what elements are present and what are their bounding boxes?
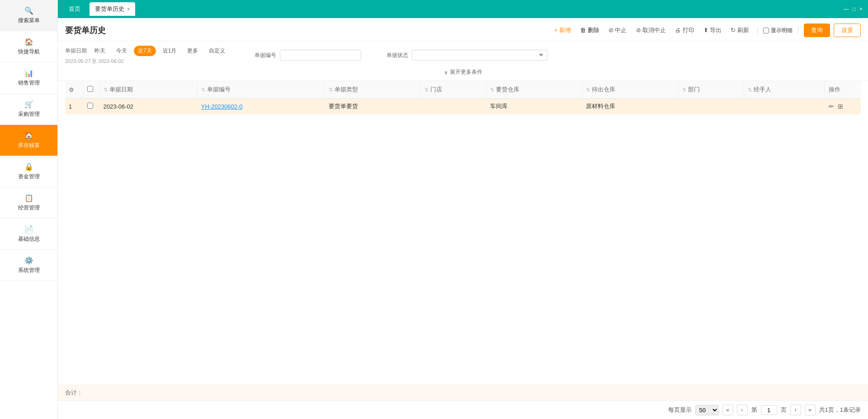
th-req-warehouse[interactable]: 要货仓库	[486, 81, 582, 99]
th-doc-no[interactable]: 单据编号	[197, 81, 325, 99]
date-filter-tags: 昨天 今天 近7天 近1月 更多 自定义	[90, 46, 229, 56]
filter-tag-more[interactable]: 更多	[183, 46, 202, 56]
table-row: 1 2023-06-02 YH-20230602-0 要货单要货 车间库 原材料…	[65, 99, 861, 114]
status-label: 单据状态	[387, 52, 408, 59]
th-pending-warehouse[interactable]: 待出仓库	[582, 81, 678, 99]
pagination: 每页显示 10 20 50 100 « ‹ 第 页 › » 共1页，1条记录	[58, 400, 868, 419]
last-page-button[interactable]: »	[805, 405, 816, 415]
row-req-warehouse: 车间库	[486, 99, 582, 114]
th-checkbox	[83, 81, 99, 99]
page-size-select[interactable]: 10 20 50 100	[695, 405, 719, 415]
sidebar-item-label: 经营管理	[18, 204, 40, 212]
tab-home[interactable]: 首页	[63, 2, 86, 16]
status-filter-group: 单据状态	[387, 50, 861, 61]
tab-active[interactable]: 要货单历史 ×	[90, 2, 135, 16]
row-store	[420, 99, 486, 114]
sum-label: 合计：	[65, 389, 83, 396]
detail-icon[interactable]: ⊞	[838, 103, 843, 110]
row-handler	[744, 99, 825, 114]
th-department[interactable]: 部门	[678, 81, 744, 99]
tab-active-label: 要货单历史	[95, 5, 124, 13]
expand-more-label: 展开更多条件	[450, 68, 482, 76]
data-table: ⚙ 单据日期 单据编号 单据类型 门店 要货仓库 待出仓库 部门 经手人 操	[65, 81, 861, 114]
topbar: 首页 要货单历史 × — □ ×	[58, 0, 868, 18]
doc-no-input[interactable]	[280, 50, 361, 61]
tab-close-icon[interactable]: ×	[127, 6, 130, 12]
sidebar-item-quicknav[interactable]: 🏠 快捷导航	[0, 31, 57, 62]
purchase-icon: 🛒	[24, 100, 33, 109]
th-settings[interactable]: ⚙	[65, 81, 83, 99]
sidebar-item-label: 基础信息	[18, 235, 40, 243]
show-detail-text: 显示明细	[771, 27, 793, 34]
row-actions: ✏ ⊞	[825, 99, 861, 114]
chevron-down-icon: ∨	[444, 69, 448, 76]
sidebar-item-label: 销售管理	[18, 79, 40, 87]
prev-page-button[interactable]: ‹	[737, 405, 748, 415]
footer-sum: 合计：	[58, 385, 868, 400]
action-icons-group: ✏ ⊞	[829, 103, 858, 110]
sidebar-item-operations[interactable]: 📋 经营管理	[0, 187, 57, 219]
refresh-button[interactable]: ↻ 刷新	[728, 24, 752, 36]
date-range-display: 2023-05-27 至 2023-06-02	[65, 58, 229, 65]
expand-more-btn[interactable]: ∨ 展开更多条件	[65, 68, 861, 76]
row-checkbox-cell	[83, 99, 99, 114]
sidebar: 🔍 搜索菜单 🏠 快捷导航 📊 销售管理 🛒 采购管理 🏠 库存核算 🔒 资金管…	[0, 0, 58, 419]
delete-button[interactable]: 🗑 删除	[577, 24, 602, 36]
sales-icon: 📊	[24, 69, 33, 77]
sidebar-item-inventory[interactable]: 🏠 库存核算	[0, 125, 57, 156]
sidebar-item-search[interactable]: 🔍 搜索菜单	[0, 0, 57, 31]
toolbar-divider	[757, 27, 758, 34]
status-select[interactable]	[412, 50, 547, 61]
filter-row-1: 单据日期 昨天 今天 近7天 近1月 更多 自定义 2023-05-27 至 2…	[65, 46, 861, 65]
window-maximize-icon[interactable]: □	[853, 6, 856, 12]
table-body: 1 2023-06-02 YH-20230602-0 要货单要货 车间库 原材料…	[65, 99, 861, 114]
sidebar-item-label: 库存核算	[18, 142, 40, 149]
first-page-button[interactable]: «	[722, 405, 733, 415]
inventory-icon: 🏠	[24, 131, 33, 140]
sidebar-item-label: 快捷导航	[18, 48, 40, 56]
th-store[interactable]: 门店	[420, 81, 486, 99]
th-doc-type[interactable]: 单据类型	[325, 81, 420, 99]
sidebar-item-basic-info[interactable]: 📄 基础信息	[0, 219, 57, 250]
th-doc-date[interactable]: 单据日期	[99, 81, 197, 99]
th-handler[interactable]: 经手人	[744, 81, 825, 99]
settings-icon[interactable]: ⚙	[69, 86, 74, 93]
show-detail-checkbox[interactable]	[763, 28, 769, 33]
window-minimize-icon[interactable]: —	[844, 6, 849, 12]
doc-no-filter-group: 单据编号	[255, 50, 361, 61]
filter-tag-custom[interactable]: 自定义	[205, 46, 229, 56]
cancel-stop-button[interactable]: ⊘ 取消中止	[633, 24, 669, 36]
stop-button[interactable]: ⊘ 中止	[606, 24, 630, 36]
date-filter-row: 单据日期 昨天 今天 近7天 近1月 更多 自定义	[65, 46, 229, 56]
filter-tag-7days[interactable]: 近7天	[134, 46, 156, 56]
new-button[interactable]: + 新增	[552, 24, 574, 36]
topbar-right-actions: — □ ×	[844, 6, 863, 12]
table-header-row: ⚙ 单据日期 单据编号 单据类型 门店 要货仓库 待出仓库 部门 经手人 操	[65, 81, 861, 99]
query-button[interactable]: 查询	[804, 24, 830, 37]
row-checkbox[interactable]	[87, 103, 93, 109]
page-number-input[interactable]	[761, 405, 777, 415]
select-all-checkbox[interactable]	[87, 86, 93, 92]
settings-button[interactable]: 设置	[834, 24, 861, 37]
filter-tag-1month[interactable]: 近1月	[159, 46, 181, 56]
sidebar-item-sales[interactable]: 📊 销售管理	[0, 62, 57, 94]
filter-tag-yesterday[interactable]: 昨天	[90, 46, 109, 56]
basic-info-icon: 📄	[24, 225, 33, 233]
print-button[interactable]: 🖨 打印	[672, 24, 697, 36]
page-unit: 页	[781, 406, 787, 414]
toolbar: + 新增 🗑 删除 ⊘ 中止 ⊘ 取消中止 🖨 打印 ⬆ 导出 ↻ 刷新 显示明…	[552, 24, 861, 37]
sidebar-item-system[interactable]: ⚙️ 系统管理	[0, 250, 57, 281]
page-title: 要货单历史	[65, 25, 106, 36]
next-page-button[interactable]: ›	[790, 405, 801, 415]
tab-home-label: 首页	[69, 5, 80, 13]
export-button[interactable]: ⬆ 导出	[701, 24, 725, 36]
main-area: 首页 要货单历史 × — □ × 要货单历史 + 新增 🗑 删除 ⊘ 中止 ⊘ …	[58, 0, 868, 419]
filter-area: 单据日期 昨天 今天 近7天 近1月 更多 自定义 2023-05-27 至 2…	[58, 41, 868, 81]
doc-no-link[interactable]: YH-20230602-0	[201, 103, 243, 110]
filter-tag-today[interactable]: 今天	[112, 46, 131, 56]
edit-icon[interactable]: ✏	[829, 103, 834, 110]
window-close-icon[interactable]: ×	[859, 6, 863, 12]
sidebar-item-finance[interactable]: 🔒 资金管理	[0, 156, 57, 187]
sidebar-item-purchase[interactable]: 🛒 采购管理	[0, 94, 57, 125]
page-header: 要货单历史 + 新增 🗑 删除 ⊘ 中止 ⊘ 取消中止 🖨 打印 ⬆ 导出 ↻ …	[58, 18, 868, 41]
